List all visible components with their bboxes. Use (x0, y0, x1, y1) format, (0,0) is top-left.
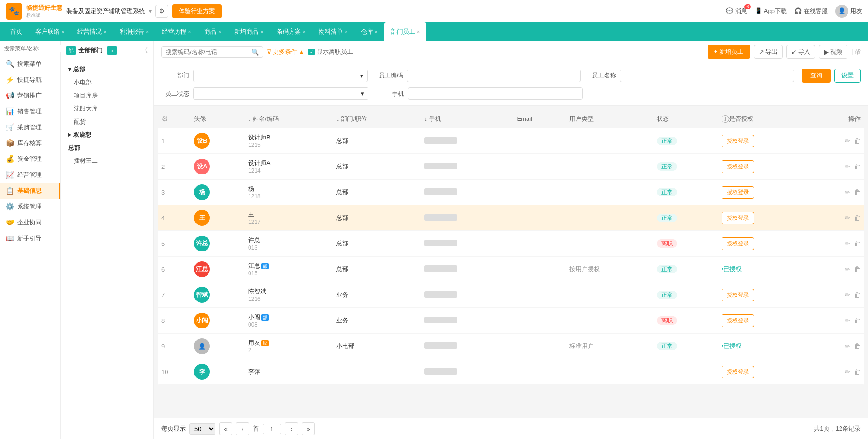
export-button[interactable]: ↗ 导出 (754, 45, 783, 59)
sidebar-item-基础信息[interactable]: 📋基础信息 (0, 183, 60, 199)
tab-close-icon[interactable]: × (62, 29, 64, 35)
tab-close-icon[interactable]: × (218, 29, 221, 35)
dept-node-小电部[interactable]: 小电部 (61, 76, 153, 89)
sidebar-item-资金管理[interactable]: 💰资金管理 (0, 151, 60, 167)
auth-login-button[interactable]: 授权登录 (722, 160, 754, 173)
auth-login-button[interactable]: 授权登录 (722, 135, 754, 147)
dept-node-插树王二[interactable]: 插树王二 (61, 154, 153, 167)
edit-icon[interactable]: ✏ (845, 240, 850, 247)
search-input[interactable] (166, 49, 250, 56)
page-number-input[interactable] (263, 424, 281, 434)
nav-tab-物料清单[interactable]: 物料清单 × (312, 22, 354, 41)
app-download-button[interactable]: 📱 App下载 (755, 7, 787, 15)
nav-tab-经营历程[interactable]: 经营历程 × (155, 22, 197, 41)
dept-node-总部[interactable]: ▾ 总部 (61, 63, 153, 76)
sidebar-item-系统管理[interactable]: ⚙️系统管理 (0, 199, 60, 215)
dropdown-arrow-icon[interactable]: ▾ (149, 8, 152, 14)
message-button[interactable]: 💬 消息 6 (726, 7, 747, 15)
online-service-button[interactable]: 🎧 在线客服 (794, 7, 828, 15)
help-button[interactable]: | 帮 (851, 48, 861, 56)
delete-icon[interactable]: 🗑 (854, 163, 861, 170)
sidebar-item-采购管理[interactable]: 🛒采购管理 (0, 119, 60, 135)
settings-button[interactable]: ⚙ (155, 5, 168, 18)
prev-page-button[interactable]: ‹ (236, 422, 249, 435)
auth-login-button[interactable]: 授权登录 (722, 289, 754, 301)
tab-close-icon[interactable]: × (303, 29, 306, 35)
dept-node-项目库房[interactable]: 项目库房 (61, 89, 153, 102)
nav-tab-新增商品[interactable]: 新增商品 × (228, 22, 270, 41)
phone-input[interactable] (408, 87, 583, 100)
next-page-button[interactable]: › (285, 422, 298, 435)
trial-button[interactable]: 体验行业方案 (172, 4, 222, 18)
sidebar-item-快捷导航[interactable]: ⚡快捷导航 (0, 72, 60, 88)
set-button[interactable]: 设置 (834, 69, 861, 83)
dept-node-双鹿想[interactable]: ▸ 双鹿想 (61, 128, 153, 141)
sidebar-item-销售管理[interactable]: 📊销售管理 (0, 104, 60, 119)
nav-tab-利润报告[interactable]: 利润报告 × (113, 22, 155, 41)
col-dept-pos[interactable]: ↕ 部门/职位 (333, 110, 421, 128)
auth-login-button[interactable]: 授权登录 (722, 212, 754, 224)
nav-tab-客户联络[interactable]: 客户联络 × (29, 22, 71, 41)
edit-icon[interactable]: ✏ (845, 317, 850, 324)
emp-code-input[interactable] (407, 70, 581, 82)
delete-icon[interactable]: 🗑 (854, 137, 861, 145)
auth-login-button[interactable]: 授权登录 (722, 314, 754, 327)
import-button[interactable]: ↙ 导入 (786, 45, 815, 59)
col-phone[interactable]: ↕ 手机 (421, 110, 514, 128)
edit-icon[interactable]: ✏ (845, 137, 850, 145)
tab-close-icon[interactable]: × (104, 29, 106, 35)
nav-tab-首页[interactable]: 首页 (4, 22, 29, 41)
tab-close-icon[interactable]: × (146, 29, 149, 35)
tab-close-icon[interactable]: × (260, 29, 263, 35)
edit-icon[interactable]: ✏ (845, 163, 850, 170)
delete-icon[interactable]: 🗑 (854, 291, 861, 299)
emp-status-select[interactable]: ▾ (193, 87, 368, 100)
tab-close-icon[interactable]: × (345, 29, 347, 35)
dept-node-沈阳大库[interactable]: 沈阳大库 (61, 102, 153, 115)
more-filter-button[interactable]: ⊽ 更多条件 ▲ (267, 48, 305, 56)
dept-node-配货[interactable]: 配货 (61, 115, 153, 128)
view-button[interactable]: ▶ 视频 (819, 45, 847, 59)
edit-icon[interactable]: ✏ (845, 188, 850, 196)
delete-icon[interactable]: 🗑 (854, 265, 861, 273)
delete-icon[interactable]: 🗑 (854, 342, 861, 350)
nav-tab-商品[interactable]: 商品 × (198, 22, 228, 41)
dept-node-总部[interactable]: 总部 (61, 141, 153, 154)
delete-icon[interactable]: 🗑 (854, 317, 861, 324)
edit-icon[interactable]: ✏ (845, 214, 850, 222)
sidebar-item-新手引导[interactable]: 📖新手引导 (0, 230, 60, 246)
delete-icon[interactable]: 🗑 (854, 188, 861, 196)
nav-tab-仓库[interactable]: 仓库 × (354, 22, 384, 41)
tab-close-icon[interactable]: × (188, 29, 191, 35)
delete-icon[interactable]: 🗑 (854, 214, 861, 222)
gear-icon[interactable]: ⚙ (161, 115, 168, 123)
auth-login-button[interactable]: 授权登录 (722, 366, 754, 378)
tab-close-icon[interactable]: × (417, 29, 420, 35)
auth-login-button[interactable]: 授权登录 (722, 237, 754, 250)
sidebar-item-搜索菜单[interactable]: 🔍搜索菜单 (0, 56, 60, 72)
show-resign-checkbox[interactable]: ✓ (308, 49, 315, 55)
per-page-select[interactable]: 50 100 (189, 423, 215, 435)
edit-icon[interactable]: ✏ (845, 265, 850, 273)
query-button[interactable]: 查询 (802, 69, 831, 83)
first-page-button[interactable]: « (219, 422, 232, 435)
dept-filter-select[interactable]: ▾ (193, 70, 368, 82)
edit-icon[interactable]: ✏ (845, 342, 850, 350)
tab-close-icon[interactable]: × (375, 29, 378, 35)
nav-tab-条码方案[interactable]: 条码方案 × (270, 22, 312, 41)
edit-icon[interactable]: ✏ (845, 368, 850, 376)
delete-icon[interactable]: 🗑 (854, 240, 861, 247)
sidebar-item-库存核算[interactable]: 📦库存核算 (0, 135, 60, 151)
sidebar-item-营销推广[interactable]: 📢营销推广 (0, 88, 60, 104)
edit-icon[interactable]: ✏ (845, 291, 850, 299)
show-resign-toggle[interactable]: ✓ 显示离职员工 (308, 48, 353, 56)
delete-icon[interactable]: 🗑 (854, 368, 861, 376)
col-name-code[interactable]: ↕ 姓名/编码 (244, 110, 333, 128)
sidebar-item-企业协同[interactable]: 🤝企业协同 (0, 215, 60, 230)
user-menu-button[interactable]: 👤 用友 (835, 5, 862, 18)
nav-tab-经营情况[interactable]: 经营情况 × (71, 22, 113, 41)
sidebar-item-经营管理[interactable]: 📈经营管理 (0, 167, 60, 183)
info-icon[interactable]: ℹ (722, 115, 729, 123)
last-page-button[interactable]: » (302, 422, 315, 435)
nav-tab-部门员工[interactable]: 部门员工 × (384, 22, 426, 41)
